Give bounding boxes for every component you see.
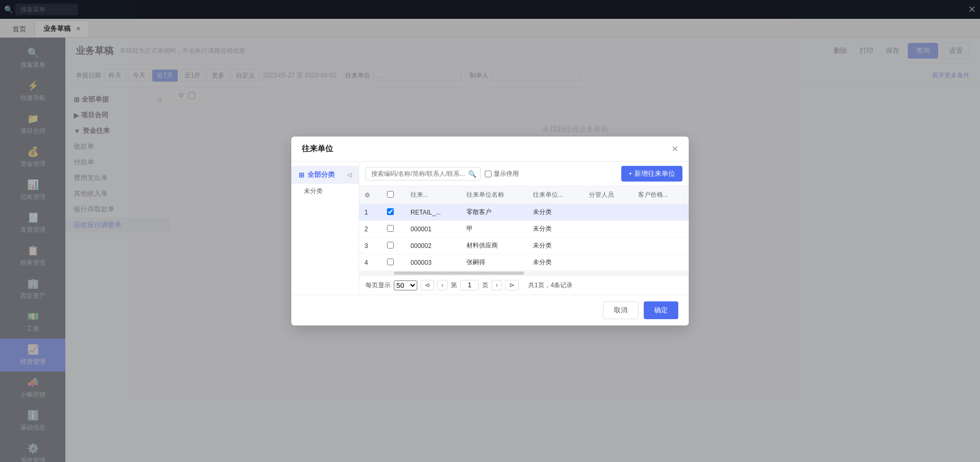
row-manager — [584, 204, 633, 221]
th-name: 往来单位名称 — [461, 186, 528, 204]
modal-pagination: 每页显示 50 100 200 ⊲ ‹ 第 页 › ⊳ 共1页，4条记录 — [359, 275, 689, 295]
row-category: 未分类 — [528, 204, 584, 221]
th-manager: 分管人员 — [584, 186, 633, 204]
modal-title: 往来单位 — [302, 144, 333, 154]
modal-scrollbar-thumb — [394, 272, 524, 275]
show-inactive-wrap: 显示停用 — [485, 170, 519, 178]
partner-modal: 往来单位 ✕ ⊞ 全部分类 ◁ 未分类 — [291, 137, 689, 325]
row-code: 000001 — [405, 221, 461, 238]
modal-header: 往来单位 ✕ — [291, 137, 689, 162]
row-name: 材料供应商 — [461, 238, 528, 254]
modal-body: ⊞ 全部分类 ◁ 未分类 🔍 显示停 — [291, 162, 689, 295]
page-number-input[interactable] — [460, 280, 479, 290]
th-price: 客户价格... — [633, 186, 689, 204]
modal-select-all[interactable] — [387, 191, 394, 198]
row-no: 4 — [359, 254, 382, 271]
modal-toolbar: 🔍 显示停用 + 新增往来单位 — [359, 162, 689, 186]
row-manager — [584, 238, 633, 254]
row-name: 张嗣得 — [461, 254, 528, 271]
page-first-btn[interactable]: ⊲ — [420, 280, 434, 290]
modal-nav-unclassified[interactable]: 未分类 — [291, 184, 359, 199]
row-category: 未分类 — [528, 254, 584, 271]
grid-icon-modal: ⊞ — [299, 171, 304, 179]
modal-left-nav: ⊞ 全部分类 ◁ 未分类 — [291, 162, 359, 295]
modal-table-row[interactable]: 3 000002 材料供应商 未分类 — [359, 238, 689, 254]
per-page-select[interactable]: 50 100 200 — [394, 280, 417, 290]
modal-scrollbar[interactable] — [359, 271, 689, 275]
row-no: 2 — [359, 221, 382, 238]
modal-table-wrap: ⚙ 往来... 往来单位名称 往来单位... 分管人员 客户价格... 1 — [359, 186, 689, 271]
row-code: RETAIL_... — [405, 204, 461, 221]
row-name: 零散客户 — [461, 204, 528, 221]
modal-close-icon[interactable]: ✕ — [671, 144, 678, 154]
modal-search-icon: 🔍 — [468, 170, 476, 178]
add-partner-button[interactable]: + 新增往来单位 — [621, 166, 682, 182]
row-code: 000002 — [405, 238, 461, 254]
page-last-btn[interactable]: ⊳ — [505, 280, 519, 290]
row-price — [633, 254, 689, 271]
modal-search-wrap: 🔍 — [366, 167, 481, 181]
row-code: 000003 — [405, 254, 461, 271]
modal-search-input[interactable] — [366, 167, 481, 181]
row-name: 甲 — [461, 221, 528, 238]
modal-table: ⚙ 往来... 往来单位名称 往来单位... 分管人员 客户价格... 1 — [359, 186, 689, 271]
modal-table-row[interactable]: 1 RETAIL_... 零散客户 未分类 — [359, 204, 689, 221]
modal-table-row[interactable]: 4 000003 张嗣得 未分类 — [359, 254, 689, 271]
modal-table-header: ⚙ 往来... 往来单位名称 往来单位... 分管人员 客户价格... — [359, 186, 689, 204]
modal-overlay: 往来单位 ✕ ⊞ 全部分类 ◁ 未分类 — [0, 0, 980, 462]
confirm-button[interactable]: 确定 — [644, 301, 678, 319]
row-category: 未分类 — [528, 221, 584, 238]
row-no: 1 — [359, 204, 382, 221]
row-category: 未分类 — [528, 238, 584, 254]
row-no: 3 — [359, 238, 382, 254]
row-checkbox[interactable] — [382, 254, 405, 271]
row-price — [633, 221, 689, 238]
total-records: 共1页，4条记录 — [528, 281, 573, 290]
modal-nav-all[interactable]: ⊞ 全部分类 ◁ — [291, 166, 359, 184]
th-settings: ⚙ — [359, 186, 382, 204]
row-manager — [584, 221, 633, 238]
th-category: 往来单位... — [528, 186, 584, 204]
row-checkbox[interactable] — [382, 204, 405, 221]
modal-table-row[interactable]: 2 000001 甲 未分类 — [359, 221, 689, 238]
th-checkbox — [382, 186, 405, 204]
show-inactive-checkbox[interactable] — [485, 171, 492, 177]
row-checkbox[interactable] — [382, 238, 405, 254]
modal-footer: 取消 确定 — [291, 295, 689, 325]
page-next-btn[interactable]: › — [492, 280, 502, 290]
row-price — [633, 238, 689, 254]
cancel-button[interactable]: 取消 — [603, 301, 639, 319]
modal-right: 🔍 显示停用 + 新增往来单位 ⚙ — [359, 162, 689, 295]
th-code: 往来... — [405, 186, 461, 204]
row-manager — [584, 254, 633, 271]
row-checkbox[interactable] — [382, 221, 405, 238]
page-prev-btn[interactable]: ‹ — [437, 280, 448, 290]
row-price — [633, 204, 689, 221]
modal-collapse-icon[interactable]: ◁ — [347, 172, 351, 178]
